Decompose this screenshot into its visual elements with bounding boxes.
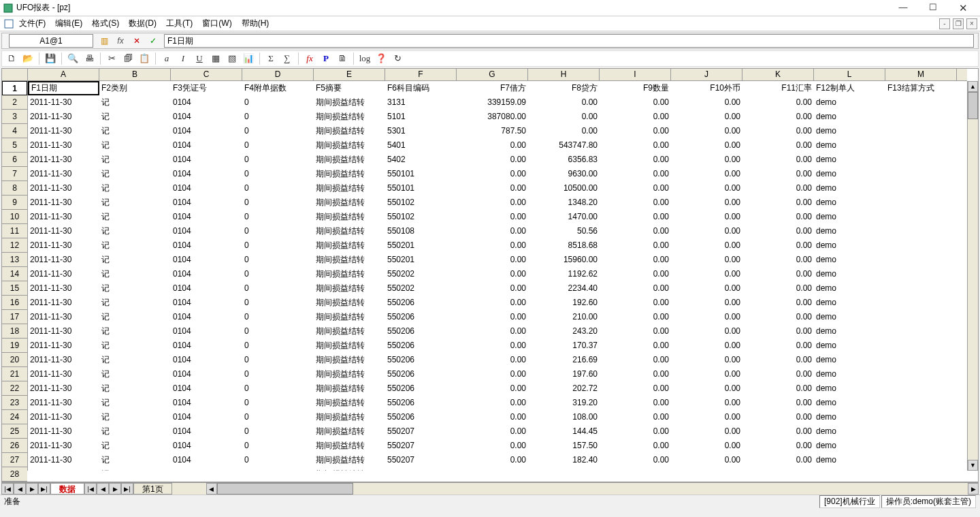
sheet-tab-data[interactable]: 数据 [50, 483, 84, 495]
data-cell[interactable]: 记 [99, 138, 171, 153]
data-cell[interactable]: 0.00 [457, 138, 528, 153]
row-header[interactable]: 18 [2, 324, 27, 339]
data-cell[interactable] [885, 381, 957, 396]
child-close-button[interactable]: × [966, 18, 977, 29]
data-cell[interactable]: 0 [242, 353, 314, 367]
data-cell[interactable]: 0104 [171, 467, 242, 471]
data-cell[interactable]: 0 [242, 410, 314, 424]
data-cell[interactable]: 2011-11-30 [28, 396, 99, 410]
bold-icon[interactable]: a [160, 52, 174, 65]
data-cell[interactable]: 记 [99, 367, 171, 381]
sigma2-icon[interactable]: ∑ [280, 52, 294, 65]
col-header[interactable]: L [814, 69, 885, 80]
data-cell[interactable]: 387080.00 [457, 110, 528, 124]
data-cell[interactable]: 0104 [171, 267, 242, 281]
data-cell[interactable]: 0.00 [600, 367, 671, 381]
minimize-button[interactable]: — [893, 2, 913, 14]
data-cell[interactable]: 0104 [171, 138, 242, 153]
data-cell[interactable]: 0.00 [600, 410, 671, 424]
data-cell[interactable] [885, 138, 957, 153]
data-cell[interactable]: 2011-11-30 [28, 167, 99, 181]
data-cell[interactable]: 期间损益结转 [314, 153, 385, 167]
data-cell[interactable]: 550206 [385, 324, 457, 339]
data-cell[interactable]: 0.00 [742, 210, 814, 224]
data-cell[interactable]: 0.00 [742, 181, 814, 195]
data-cell[interactable]: 期间损益结转 [314, 210, 385, 224]
row-header[interactable]: 16 [2, 296, 27, 310]
data-cell[interactable]: 0.00 [742, 453, 814, 467]
row-header[interactable]: 7 [2, 167, 27, 181]
data-cell[interactable]: 0.00 [671, 453, 742, 467]
data-cell[interactable]: 记 [99, 195, 171, 210]
data-cell[interactable]: 记 [99, 296, 171, 310]
data-cell[interactable]: 0.00 [457, 153, 528, 167]
data-cell[interactable]: demo [814, 224, 885, 238]
data-cell[interactable]: demo [814, 95, 885, 110]
data-cell[interactable]: 0 [242, 124, 314, 138]
data-cell[interactable]: 3131 [385, 95, 457, 110]
data-cell[interactable]: 0.00 [600, 339, 671, 353]
data-cell[interactable]: 0.00 [742, 253, 814, 267]
data-cell[interactable]: 0.00 [742, 281, 814, 296]
menu-item[interactable]: 数据(D) [129, 18, 157, 29]
tab-first-icon[interactable]: |◀ [1, 483, 14, 495]
data-cell[interactable]: 记 [99, 110, 171, 124]
data-cell[interactable]: 319.20 [528, 396, 600, 410]
data-cell[interactable]: 0.00 [600, 153, 671, 167]
data-cell[interactable]: 0.00 [742, 110, 814, 124]
data-cell[interactable]: 0.00 [671, 281, 742, 296]
menu-item[interactable]: 窗口(W) [202, 18, 231, 29]
data-cell[interactable]: 2011-11-30 [28, 181, 99, 195]
data-cell[interactable]: 2011-11-30 [28, 353, 99, 367]
data-cell[interactable]: 0104 [171, 167, 242, 181]
data-cell[interactable]: 记 [99, 381, 171, 396]
data-cell[interactable]: 0.00 [742, 153, 814, 167]
data-cell[interactable]: 0104 [171, 153, 242, 167]
data-cell[interactable]: 2011-11-30 [28, 367, 99, 381]
header-cell[interactable]: F6科目编码 [385, 81, 457, 95]
data-cell[interactable]: 0 [242, 181, 314, 195]
data-cell[interactable]: 期间损益结转 [314, 296, 385, 310]
data-cell[interactable]: 0.00 [671, 124, 742, 138]
data-cell[interactable]: 0104 [171, 253, 242, 267]
data-cell[interactable]: 记 [99, 310, 171, 324]
child-minimize-button[interactable]: - [939, 18, 950, 29]
data-cell[interactable]: 0 [242, 195, 314, 210]
data-cell[interactable]: 0 [242, 310, 314, 324]
row-header[interactable]: 22 [2, 381, 27, 396]
data-cell[interactable]: 2234.40 [528, 281, 600, 296]
data-cell[interactable] [885, 238, 957, 253]
data-cell[interactable]: demo [814, 281, 885, 296]
data-cell[interactable]: 期间损益结转 [314, 467, 385, 471]
cut-icon[interactable]: ✂ [105, 52, 118, 65]
header-cell[interactable]: F8贷方 [528, 81, 600, 95]
data-cell[interactable]: demo [814, 310, 885, 324]
data-cell[interactable]: 记 [99, 224, 171, 238]
row-header[interactable]: 25 [2, 424, 27, 439]
data-cell[interactable]: 0 [242, 153, 314, 167]
data-cell[interactable] [885, 195, 957, 210]
data-cell[interactable]: demo [814, 439, 885, 453]
data-cell[interactable]: 期间损益结转 [314, 195, 385, 210]
header-cell[interactable]: F10外币 [671, 81, 742, 95]
help-icon[interactable]: ❓ [374, 52, 388, 65]
data-cell[interactable]: 记 [99, 153, 171, 167]
data-cell[interactable] [885, 253, 957, 267]
data-cell[interactable]: 550202 [385, 281, 457, 296]
data-cell[interactable]: 0.00 [600, 110, 671, 124]
data-cell[interactable]: 0.00 [600, 95, 671, 110]
formula-input[interactable]: F1日期 [164, 34, 974, 48]
data-cell[interactable]: 550202 [385, 267, 457, 281]
data-cell[interactable]: 0.00 [671, 424, 742, 439]
data-cell[interactable]: demo [814, 181, 885, 195]
row-header[interactable]: 9 [2, 195, 27, 210]
data-cell[interactable]: 0104 [171, 396, 242, 410]
data-cell[interactable]: demo [814, 267, 885, 281]
scroll-right-icon[interactable]: ▶ [968, 483, 979, 495]
data-cell[interactable]: 0.00 [457, 396, 528, 410]
folder-icon[interactable]: ▥ [99, 35, 110, 46]
data-cell[interactable]: 550206 [385, 410, 457, 424]
grid-icon[interactable]: ▦ [209, 52, 223, 65]
data-cell[interactable]: 0.00 [671, 367, 742, 381]
data-cell[interactable]: 202.72 [528, 381, 600, 396]
